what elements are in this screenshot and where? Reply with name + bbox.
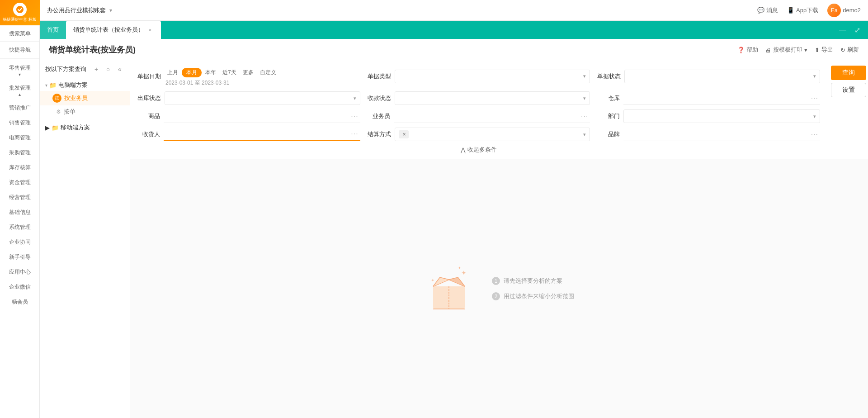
scheme-order-label: 按单: [64, 108, 75, 116]
tab-maximize-btn[interactable]: ⤢: [852, 24, 863, 35]
tip1-num: 1: [492, 277, 500, 285]
wholesale-label: 批发管理: [9, 84, 31, 92]
receive-select[interactable]: ▾: [395, 91, 590, 105]
collapse-btn[interactable]: ⋀ 收起多条件: [461, 146, 497, 154]
this-year-btn[interactable]: 本年: [203, 68, 219, 77]
sidebar-item-wechat[interactable]: 企业微信: [0, 280, 39, 294]
tabbar-actions: — ⤢: [837, 24, 868, 35]
type-label: 单据类型: [368, 72, 395, 81]
tip1-text: 请先选择要分析的方案: [504, 277, 562, 285]
sidebar-item-sales[interactable]: 销售管理: [0, 115, 39, 130]
receive-arrow: ▾: [583, 95, 586, 101]
warehouse-input[interactable]: ···: [623, 91, 820, 105]
sidebar-item-wholesale[interactable]: 批发管理 ▴: [0, 81, 39, 100]
filter-outstatus-col: 出库状态 ▾: [137, 91, 360, 105]
filter-row-4: 收货人 ··· 结算方式: [130, 123, 827, 141]
out-status-select[interactable]: ▾: [165, 91, 360, 105]
username: demo2: [843, 7, 861, 14]
refresh-btn[interactable]: ↻ 刷新: [840, 46, 859, 54]
wholesale-arrow: ▴: [19, 92, 21, 97]
query-btn[interactable]: 查询: [831, 66, 866, 80]
operations-label: 经营管理: [9, 194, 31, 201]
settings-btn[interactable]: 设置: [831, 83, 866, 97]
user-profile[interactable]: Ea demo2: [827, 4, 861, 17]
salesman-label: 业务员: [368, 112, 394, 120]
sidebar-item-inventory[interactable]: 库存核算: [0, 160, 39, 175]
mobile-group-arrow: ▶: [45, 124, 50, 131]
messages-btn[interactable]: 💬 消息: [757, 6, 778, 14]
payment-label: 结算方式: [368, 130, 395, 138]
sidebar-item-finance[interactable]: 资金管理: [0, 175, 39, 190]
tab-home[interactable]: 首页: [40, 21, 66, 39]
filter-container: 单据日期 上月 本月 本年 近7天 更多 自定义: [130, 59, 868, 159]
custom-btn[interactable]: 自定义: [257, 68, 279, 77]
receiver-label: 收货人: [137, 130, 164, 138]
logo-text: 畅捷通好生意 标版: [3, 17, 37, 23]
folder-icon: 📁: [49, 82, 57, 89]
sidebar-item-enterprise[interactable]: 企业协同: [0, 235, 39, 250]
tab-close-btn[interactable]: ×: [146, 26, 154, 33]
payment-arrow: ▾: [583, 132, 586, 138]
desktop-group-header[interactable]: ▾ 📁 电脑端方案: [40, 79, 130, 91]
export-btn[interactable]: ⬆ 导出: [815, 46, 833, 54]
filter-salesman-col: 业务员 ···: [368, 109, 590, 123]
edit-scheme-btn[interactable]: ○: [104, 65, 113, 74]
filter-row-1: 单据日期 上月 本月 本年 近7天 更多 自定义: [130, 59, 827, 87]
sidebar-item-newbie[interactable]: 新手引导: [0, 250, 39, 265]
filter-row-2: 出库状态 ▾ 收款状态: [130, 87, 827, 105]
sidebar-item-operations[interactable]: 经营管理: [0, 190, 39, 205]
goods-input[interactable]: ···: [164, 109, 360, 123]
payment-select[interactable]: × ▾: [395, 128, 590, 141]
main-area: 办公用品行业模拟账套 ▾ 💬 消息 📱 App下载 Ea demo2 首页: [40, 0, 868, 418]
filter-goods-col: 商品 ···: [137, 109, 360, 123]
app-logo[interactable]: 畅捷通好生意 标版: [0, 0, 40, 25]
sidebar-item-purchase[interactable]: 采购管理: [0, 145, 39, 160]
sidebar-item-apps[interactable]: 应用中心: [0, 265, 39, 280]
receiver-input[interactable]: ···: [164, 128, 360, 141]
app-download-btn[interactable]: 📱 App下载: [787, 6, 818, 14]
mobile-group-header[interactable]: ▶ 📁 移动端方案: [40, 122, 130, 133]
tab-minimize-btn[interactable]: —: [837, 24, 848, 35]
page-title: 销货单统计表(按业务员): [49, 44, 136, 55]
help-btn[interactable]: ❓ 帮助: [737, 46, 758, 54]
topbar-dropdown-icon[interactable]: ▾: [109, 7, 112, 14]
last7days-btn[interactable]: 近7天: [220, 68, 239, 77]
salesman-input[interactable]: ···: [394, 109, 590, 123]
sidebar-item-marketing[interactable]: 营销推广: [0, 100, 39, 115]
type-select[interactable]: ▾: [395, 70, 590, 83]
brand-input[interactable]: ···: [623, 128, 820, 141]
add-scheme-btn[interactable]: +: [92, 65, 101, 74]
purchase-label: 采购管理: [9, 149, 31, 157]
sidebar-item-retail[interactable]: 零售管理 ▾: [0, 61, 39, 81]
search-menu-item[interactable]: 搜索菜单: [0, 25, 39, 42]
sidebar-item-ecommerce[interactable]: 电商管理: [0, 130, 39, 145]
filter-brand-col: 品牌 ···: [597, 128, 820, 141]
dept-select[interactable]: ▾: [623, 109, 820, 123]
page-header-actions: ❓ 帮助 🖨 按模板打印 ▾ ⬆ 导出 ↻ 刷新: [737, 46, 859, 54]
collapse-panel-btn[interactable]: «: [115, 65, 124, 74]
last-month-btn[interactable]: 上月: [165, 68, 181, 77]
system-label: 系统管理: [9, 223, 31, 231]
print-btn[interactable]: 🖨 按模板打印 ▾: [765, 46, 807, 54]
quick-nav-item[interactable]: 快捷导航: [0, 42, 39, 59]
svg-point-0: [16, 6, 24, 13]
empty-tips: 1 请先选择要分析的方案 2 用过滤条件来缩小分析范围: [492, 277, 574, 300]
more-btn[interactable]: 更多: [240, 68, 256, 77]
sidebar: 畅捷通好生意 标版 搜索菜单 快捷导航 零售管理 ▾ 批发管理 ▴ 营销推广 销…: [0, 0, 40, 418]
date-filter-control: 上月 本月 本年 近7天 更多 自定义 2023-03-01 至 2023-03…: [165, 66, 360, 87]
inventory-label: 库存核算: [9, 164, 31, 171]
sidebar-item-system[interactable]: 系统管理: [0, 220, 39, 235]
tip2-text: 用过滤条件来缩小分析范围: [504, 292, 574, 300]
scheme-item-salesman[interactable]: 按 按业务员: [40, 91, 130, 105]
status-select[interactable]: ▾: [624, 70, 820, 83]
tab-sales-stat[interactable]: 销货单统计表（按业务员） ×: [66, 21, 161, 39]
this-month-btn[interactable]: 本月: [182, 68, 202, 77]
scheme-item-order[interactable]: ⚙ 按单: [40, 105, 130, 118]
sidebar-item-basic[interactable]: 基础信息: [0, 205, 39, 220]
topbar-left: 办公用品行业模拟账套 ▾: [47, 6, 112, 14]
right-panel: 单据日期 上月 本月 本年 近7天 更多 自定义: [130, 59, 868, 418]
payment-tag-remove[interactable]: ×: [403, 131, 406, 138]
sidebar-item-member[interactable]: 畅会员: [0, 294, 39, 309]
salesman-dots-icon: ···: [581, 112, 588, 120]
salesman-control: ···: [394, 109, 590, 123]
